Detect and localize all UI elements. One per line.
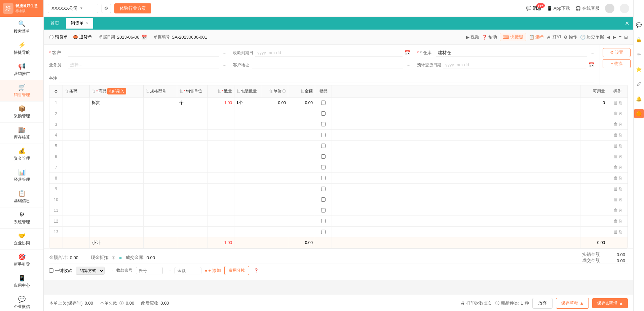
td-product-2[interactable] <box>90 119 144 129</box>
td-product-4[interactable] <box>90 141 144 151</box>
td-pkg-2[interactable] <box>234 119 261 129</box>
radio-sale-input[interactable] <box>49 35 53 39</box>
salesperson-more-icon[interactable]: ··· <box>223 63 226 68</box>
td-pkg-10[interactable] <box>234 205 261 216</box>
td-pkg-6[interactable] <box>234 162 261 172</box>
td-product-0[interactable] <box>90 98 144 108</box>
copy-icon-7[interactable]: ⎘ <box>619 176 622 181</box>
delete-icon-10[interactable]: 🗑 <box>613 208 618 213</box>
td-unit-2[interactable] <box>177 119 207 129</box>
product-input-8[interactable] <box>92 187 141 191</box>
spec-input-1[interactable] <box>146 111 175 116</box>
barcode-input-6[interactable] <box>65 165 87 170</box>
delete-icon-2[interactable]: 🗑 <box>613 122 618 127</box>
amount-input[interactable] <box>175 267 201 274</box>
td-spec-9[interactable] <box>144 194 177 205</box>
product-input-7[interactable] <box>92 176 141 181</box>
gift-checkbox-6[interactable] <box>321 165 326 169</box>
spec-input-4[interactable] <box>146 144 175 148</box>
td-qty-3[interactable] <box>207 130 234 140</box>
td-barcode-1[interactable] <box>63 108 90 119</box>
barcode-input-3[interactable] <box>65 133 87 138</box>
td-gift-9[interactable] <box>315 194 332 205</box>
barcode-input-1[interactable] <box>65 111 87 116</box>
td-price-11[interactable] <box>261 216 288 226</box>
spec-input-7[interactable] <box>146 176 175 181</box>
shortcut-btn[interactable]: ⌨ 快捷键 <box>500 33 526 41</box>
settings-button[interactable]: ⚙ <box>102 4 111 13</box>
td-barcode-10[interactable] <box>63 205 90 216</box>
tab-home[interactable]: 首页 <box>45 17 65 30</box>
td-product-8[interactable] <box>90 184 144 194</box>
td-qty-10[interactable] <box>207 205 234 216</box>
payment-date-input[interactable] <box>255 49 403 57</box>
gift-checkbox-2[interactable] <box>321 122 326 126</box>
online-service-button[interactable]: 🎧 在线客服 <box>575 5 600 11</box>
td-gift-2[interactable] <box>315 119 332 129</box>
td-product-5[interactable] <box>90 151 144 162</box>
right-icon-star[interactable]: ⭐ <box>634 65 644 74</box>
copy-icon-1[interactable]: ⎘ <box>619 111 622 116</box>
td-amount-3[interactable] <box>288 130 315 140</box>
td-unit-8[interactable] <box>177 184 207 194</box>
gift-checkbox-1[interactable] <box>321 111 326 116</box>
td-product-10[interactable] <box>90 205 144 216</box>
sidebar-item-4[interactable]: 📦采购管理 <box>0 102 43 123</box>
close-all-btn[interactable]: ✕ <box>622 21 632 26</box>
sidebar-item-5[interactable]: 🏬库存核算 <box>0 123 43 144</box>
product-input-5[interactable] <box>92 154 141 159</box>
td-barcode-9[interactable] <box>63 194 90 205</box>
td-price-12[interactable] <box>261 227 288 237</box>
grid-view-btn[interactable]: ⊞ <box>624 35 628 40</box>
right-icon-pen[interactable]: 🖊 <box>634 79 644 89</box>
warehouse-more-icon[interactable]: ··· <box>591 50 594 55</box>
tab-order[interactable]: 销货单 ✕ <box>66 18 93 29</box>
td-unit-12[interactable] <box>177 227 207 237</box>
td-product-6[interactable] <box>90 162 144 172</box>
td-pkg-8[interactable] <box>234 184 261 194</box>
one-click-pay-checkbox[interactable]: 一键收款 <box>49 268 72 274</box>
gift-checkbox-7[interactable] <box>321 176 326 180</box>
right-icon-bell[interactable]: 🔔 <box>634 94 644 104</box>
sidebar-item-1[interactable]: ⚡快捷导航 <box>0 38 43 59</box>
sidebar-item-8[interactable]: 📋基础信息 <box>0 186 43 207</box>
print-btn[interactable]: 🖨 打印 <box>547 34 561 40</box>
td-spec-1[interactable] <box>144 108 177 119</box>
td-spec-12[interactable] <box>144 227 177 237</box>
td-barcode-7[interactable] <box>63 173 90 183</box>
notes-input[interactable] <box>59 74 594 82</box>
select-btn[interactable]: 📋 选单 <box>529 34 544 40</box>
td-spec-10[interactable] <box>144 205 177 216</box>
spec-input-9[interactable] <box>146 197 175 202</box>
barcode-input-7[interactable] <box>65 176 87 181</box>
td-spec-7[interactable] <box>144 173 177 183</box>
expense-split-button[interactable]: 费用分摊 <box>224 266 249 275</box>
td-gift-8[interactable] <box>315 184 332 194</box>
delete-icon-5[interactable]: 🗑 <box>613 154 618 159</box>
spec-input-8[interactable] <box>146 187 175 191</box>
td-product-3[interactable] <box>90 130 144 140</box>
spec-input-11[interactable] <box>146 219 175 224</box>
payment-calendar-icon[interactable]: 📅 <box>405 50 410 55</box>
td-qty-11[interactable] <box>207 216 234 226</box>
td-qty-9[interactable] <box>207 194 234 205</box>
td-amount-7[interactable] <box>288 173 315 183</box>
copy-icon-3[interactable]: ⎘ <box>619 132 622 138</box>
td-barcode-6[interactable] <box>63 162 90 172</box>
barcode-input-12[interactable] <box>65 230 87 234</box>
product-type-count[interactable]: ⓘ 商品种类: 1 种 <box>495 300 529 306</box>
sidebar-item-6[interactable]: 💰资金管理 <box>0 144 43 165</box>
td-unit-9[interactable] <box>177 194 207 205</box>
add-payment-button[interactable]: ● + 添加 <box>205 268 221 274</box>
td-price-6[interactable] <box>261 162 288 172</box>
td-qty-0[interactable]: -1.00 <box>207 98 234 108</box>
copy-icon-9[interactable]: ⎘ <box>619 197 622 202</box>
delete-icon-0[interactable]: 🗑 <box>613 100 618 105</box>
td-gift-6[interactable] <box>315 162 332 172</box>
right-icon-lock[interactable]: 🔒 <box>634 35 644 44</box>
td-price-9[interactable] <box>261 194 288 205</box>
sidebar-item-9[interactable]: ⚙系统管理 <box>0 207 43 229</box>
td-gift-12[interactable] <box>315 227 332 237</box>
td-unit-3[interactable] <box>177 130 207 140</box>
calc-method-select[interactable]: 结算方式 <box>76 267 105 275</box>
